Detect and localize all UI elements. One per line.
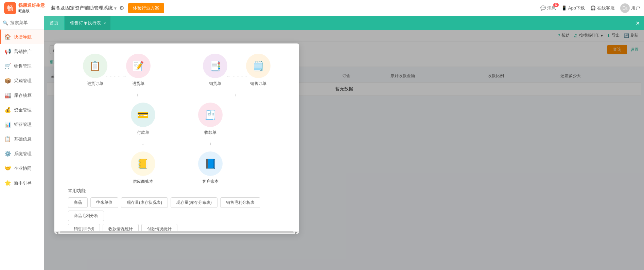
func-btn-sales-rank[interactable]: 销售排行榜: [68, 224, 100, 231]
operations-icon: 📊: [4, 121, 11, 128]
sidebar-item-basic-info[interactable]: 📋 基础信息: [0, 132, 44, 146]
sidebar-item-purchase[interactable]: 📦 采购管理: [0, 73, 44, 88]
content-area: 首页 销售订单执行表 × ✕ ? 帮助 🖨: [44, 16, 644, 270]
system-dropdown-icon[interactable]: ▾: [114, 5, 117, 11]
payment-label: 付款单: [137, 130, 149, 136]
sales-order-circle: 🗒️: [246, 54, 271, 78]
sidebar-item-finance[interactable]: 💰 资金管理: [0, 103, 44, 117]
sidebar-item-guide[interactable]: 🌟 新手引导: [0, 176, 44, 190]
logo-text: 畅康通好生意 旺鑫版: [18, 3, 45, 13]
top-right-area: 💬 消息 6 📱 App下载 🎧 在线客服 Ea 用户: [540, 3, 640, 13]
modal-content: 📋 进货订单 - - - - →: [54, 43, 299, 231]
marketing-icon: 📢: [4, 48, 11, 55]
guide-icon: 🌟: [4, 180, 11, 186]
message-icon: 💬: [540, 5, 546, 11]
scroll-left-arrow[interactable]: ◀: [56, 231, 58, 234]
sales-receipt-label: 销货单: [209, 81, 221, 87]
service-icon: 🎧: [590, 5, 596, 11]
func-btn-product-margin[interactable]: 商品毛利分析: [68, 211, 104, 221]
func-btn-stock-dist[interactable]: 现存量(库存分布表): [171, 197, 217, 208]
logo-area: 畅 畅康通好生意 旺鑫版: [4, 2, 48, 14]
sales-order-label: 销售订单: [250, 81, 266, 87]
flow-item-sales-receipt[interactable]: 📑 销货单: [203, 54, 227, 87]
customer-ledger-label: 客户账本: [202, 179, 219, 184]
common-functions-section: 常用功能 商品 往来单位 现存量(库存状况表) 现存量(库存分布表) 销售毛利分…: [68, 188, 285, 231]
purchase-icon: 📦: [4, 77, 11, 84]
func-btn-stock-status[interactable]: 现存量(库存状况表): [121, 197, 168, 208]
supplier-ledger-label: 供应商账本: [133, 179, 153, 184]
flow-item-customer-ledger[interactable]: 📘 客户账本: [198, 151, 223, 184]
sidebar-item-marketing[interactable]: 📢 营销推广: [0, 44, 44, 59]
flow-item-receipt[interactable]: 🧾 收款单: [198, 103, 223, 136]
modal-scrollbar[interactable]: ◀ ▶: [54, 231, 299, 234]
avatar: Ea: [620, 3, 630, 13]
func-btn-payment-stats[interactable]: 付款情况统计: [141, 224, 177, 231]
sidebar-item-system[interactable]: ⚙️ 系统管理: [0, 146, 44, 161]
flow-item-purchase-order[interactable]: 📋 进货订单: [83, 54, 107, 87]
func-btn-receipt-stats[interactable]: 收款情况统计: [103, 224, 139, 231]
tab-sales-order[interactable]: 销售订单执行表 ×: [65, 16, 110, 30]
common-functions-title: 常用功能: [68, 188, 285, 194]
inventory-icon: 🏭: [4, 92, 11, 98]
flow-item-payment[interactable]: 💳 付款单: [131, 103, 155, 136]
download-icon: 📱: [561, 5, 567, 11]
tab-close-icon[interactable]: ×: [104, 21, 106, 25]
flow-modal: 📋 进货订单 - - - - →: [54, 43, 299, 234]
tab-home[interactable]: 首页: [44, 16, 64, 30]
sidebar-item-quick-nav[interactable]: 🏠 快捷导航: [0, 30, 44, 44]
scroll-right-arrow[interactable]: ▶: [295, 231, 298, 234]
supplier-ledger-circle: 📒: [131, 151, 155, 176]
sidebar-item-inventory[interactable]: 🏭 库存核算: [0, 88, 44, 103]
sidebar: 🔍 搜索菜单 🏠 快捷导航 📢 营销推广 🛒 销售管理 📦 采购管理 🏭: [0, 16, 44, 270]
basic-info-icon: 📋: [4, 136, 11, 142]
purchase-order-circle: 📋: [83, 54, 107, 78]
user-menu[interactable]: Ea 用户: [620, 3, 640, 13]
modal-overlay: 📋 进货订单 - - - - →: [44, 30, 644, 270]
app-logo-icon: 畅: [4, 2, 16, 14]
system-icon: ⚙️: [4, 150, 11, 157]
message-button[interactable]: 💬 消息 6: [540, 5, 556, 11]
purchase-order-label: 进货订单: [87, 81, 103, 87]
receipt-circle: 🧾: [198, 103, 223, 127]
function-buttons-row2: 销售排行榜 收款情况统计 付款情况统计: [68, 224, 285, 231]
scrollbar-thumb[interactable]: [60, 231, 294, 233]
search-icon: 🔍: [3, 20, 8, 25]
app-download-button[interactable]: 📱 App下载: [561, 5, 585, 11]
flow-item-sales-order[interactable]: 🗒️ 销售订单: [246, 54, 271, 87]
sales-receipt-circle: 📑: [203, 54, 227, 78]
system-title: 装备及固定资产辅助管理系统 ▾: [51, 5, 117, 11]
receipt-label: 收款单: [204, 130, 216, 136]
collab-icon: 🤝: [4, 165, 11, 172]
sidebar-item-collab[interactable]: 🤝 企业协同: [0, 161, 44, 176]
close-all-tabs-button[interactable]: ✕: [636, 20, 640, 26]
sales-icon: 🛒: [4, 63, 11, 69]
search-menu-button[interactable]: 🔍 搜索菜单: [0, 16, 44, 30]
func-btn-product[interactable]: 商品: [68, 197, 88, 208]
settings-icon[interactable]: ⚙: [119, 5, 124, 11]
customer-ledger-circle: 📘: [198, 151, 223, 176]
flow-item-purchase-receipt[interactable]: 📝 进货单: [126, 54, 151, 87]
purchase-receipt-label: 进货单: [132, 81, 144, 87]
finance-icon: 💰: [4, 107, 11, 113]
flow-item-supplier-ledger[interactable]: 📒 供应商账本: [131, 151, 155, 184]
payment-circle: 💳: [131, 103, 155, 127]
page-content: ? 帮助 🖨 按模板打印 ▾ ⬇ 导出 🔄 刷新: [44, 30, 644, 270]
sidebar-item-sales[interactable]: 🛒 销售管理: [0, 59, 44, 73]
trial-button[interactable]: 体验行业方案: [128, 3, 164, 13]
home-icon: 🏠: [4, 34, 11, 40]
sidebar-item-operations[interactable]: 📊 经营管理: [0, 117, 44, 132]
online-service-button[interactable]: 🎧 在线客服: [590, 5, 615, 11]
func-btn-sales-margin[interactable]: 销售毛利分析表: [220, 197, 260, 208]
tab-bar: 首页 销售订单执行表 × ✕: [44, 16, 644, 30]
func-btn-partner[interactable]: 往来单位: [90, 197, 118, 208]
function-buttons-row1: 商品 往来单位 现存量(库存状况表) 现存量(库存分布表) 销售毛利分析表 商品…: [68, 197, 285, 221]
purchase-receipt-circle: 📝: [126, 54, 151, 78]
